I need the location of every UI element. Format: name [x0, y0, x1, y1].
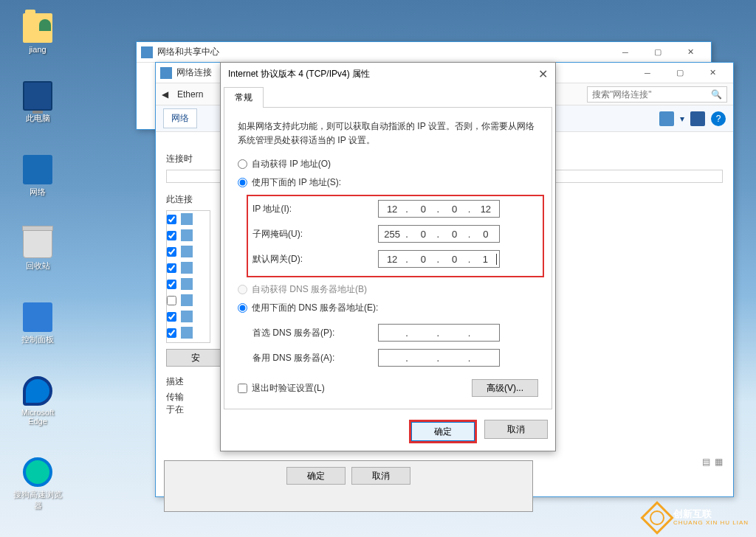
- close-button[interactable]: ✕: [538, 67, 548, 81]
- ok-button[interactable]: 确定: [411, 422, 475, 441]
- gateway-label: 默认网关(D):: [252, 253, 378, 266]
- desktop-icon-control-panel[interactable]: 控制面板: [12, 302, 63, 345]
- subnet-mask-input[interactable]: 255. 0. 0. 0: [378, 225, 500, 243]
- desktop-icon-sogou[interactable]: 搜狗高速浏览器: [12, 457, 63, 511]
- desktop-icon-recycle-bin[interactable]: 回收站: [12, 229, 63, 271]
- octet[interactable]: 0: [412, 254, 434, 265]
- checkbox[interactable]: [167, 280, 176, 289]
- ip-address-input[interactable]: 12. 0. 0. 12: [378, 200, 500, 218]
- radio-manual-ip[interactable]: 使用下面的 IP 地址(S):: [238, 176, 538, 189]
- octet[interactable]: 0: [412, 204, 434, 215]
- radio-input[interactable]: [238, 159, 247, 169]
- radio-input[interactable]: [238, 178, 247, 187]
- watermark-subtext: CHUANG XIN HU LIAN: [673, 520, 749, 527]
- octet[interactable]: 0: [444, 254, 466, 265]
- close-button[interactable]: ✕: [674, 42, 707, 63]
- tile-view-icon[interactable]: ▦: [715, 457, 723, 467]
- desktop-icon-edge[interactable]: Microsoft Edge: [12, 376, 63, 426]
- dns2-label: 备用 DNS 服务器(A):: [252, 352, 378, 364]
- list-item[interactable]: [167, 276, 210, 292]
- gateway-input[interactable]: 12. 0. 0. 1: [378, 250, 500, 268]
- list-item[interactable]: [167, 308, 210, 325]
- edge-icon: [23, 376, 52, 406]
- desktop-label: 回收站: [12, 260, 63, 271]
- items-list[interactable]: [166, 210, 210, 343]
- chevron-down-icon[interactable]: ▾: [680, 114, 684, 124]
- search-box[interactable]: 🔍: [587, 86, 727, 103]
- desktop-label: 此电脑: [12, 113, 63, 124]
- radio-label: 使用下面的 IP 地址(S):: [252, 176, 341, 189]
- list-item[interactable]: [167, 292, 210, 308]
- list-item[interactable]: [167, 227, 210, 243]
- radio-label: 自动获得 IP 地址(O): [252, 158, 331, 170]
- dns1-input[interactable]: . . .: [378, 324, 500, 342]
- watermark-text: 创新互联: [673, 509, 749, 519]
- tab-general[interactable]: 常规: [224, 87, 264, 108]
- checkbox[interactable]: [167, 296, 176, 305]
- list-item[interactable]: [167, 211, 210, 227]
- checkbox[interactable]: [167, 328, 176, 338]
- octet[interactable]: 0: [412, 229, 434, 240]
- titlebar[interactable]: 网络和共享中心 ─ ▢ ✕: [137, 42, 711, 63]
- watermark: 创新互联 CHUANG XIN HU LIAN: [645, 506, 749, 530]
- advanced-button[interactable]: 高级(V)...: [472, 379, 538, 397]
- octet[interactable]: 0: [444, 204, 466, 215]
- install-button[interactable]: 安: [166, 349, 225, 367]
- desktop-icon-this-pc[interactable]: 此电脑: [12, 81, 63, 124]
- ribbon-network-label[interactable]: 网络: [163, 108, 197, 128]
- breadcrumb[interactable]: Ethern: [177, 89, 203, 100]
- highlighted-ok: 确定: [409, 420, 477, 443]
- checkbox[interactable]: [167, 215, 176, 224]
- list-item[interactable]: [167, 325, 210, 341]
- tab-strip: 常规: [221, 85, 555, 107]
- search-icon[interactable]: 🔍: [711, 89, 722, 100]
- octet[interactable]: 0: [475, 229, 497, 240]
- octet[interactable]: 12: [475, 204, 497, 215]
- validate-label: 退出时验证设置(L): [252, 382, 325, 395]
- tab-content: 如果网络支持此功能，则可以获取自动指派的 IP 设置。否则，你需要从网络系统管理…: [224, 107, 552, 409]
- checkbox[interactable]: [167, 247, 176, 257]
- octet[interactable]: 255: [381, 229, 403, 240]
- view-switcher[interactable]: ▤ ▦: [702, 457, 723, 467]
- radio-manual-dns[interactable]: 使用下面的 DNS 服务器地址(E):: [238, 302, 538, 314]
- octet[interactable]: 12: [381, 204, 403, 215]
- help-icon[interactable]: ?: [711, 111, 726, 126]
- list-item[interactable]: [167, 260, 210, 276]
- item-icon: [181, 246, 193, 257]
- close-button[interactable]: ✕: [696, 63, 729, 83]
- minimize-button[interactable]: ─: [631, 63, 664, 83]
- dns2-input[interactable]: . . .: [378, 349, 500, 367]
- list-view-icon[interactable]: ▤: [702, 457, 710, 467]
- dialog-footer: 确定 取消: [221, 412, 555, 451]
- sogou-icon: [23, 457, 52, 487]
- minimize-button[interactable]: ─: [609, 42, 642, 63]
- validate-checkbox[interactable]: [238, 384, 247, 393]
- highlighted-ip-section: IP 地址(I): 12. 0. 0. 12 子网掩码(U): 255. 0. …: [247, 195, 544, 277]
- search-input[interactable]: [592, 89, 711, 100]
- desktop-label: jiang: [12, 45, 63, 54]
- desktop-icon-network[interactable]: 网络: [12, 155, 63, 198]
- radio-auto-ip[interactable]: 自动获得 IP 地址(O): [238, 158, 538, 170]
- checkbox[interactable]: [167, 263, 176, 273]
- octet[interactable]: 0: [444, 229, 466, 240]
- ok-button[interactable]: 确定: [286, 467, 346, 485]
- desktop-icon-folder[interactable]: jiang: [12, 13, 63, 54]
- grid-icon[interactable]: [690, 111, 705, 126]
- cancel-button[interactable]: 取消: [351, 467, 410, 485]
- window-title: 网络和共享中心: [157, 46, 219, 58]
- checkbox[interactable]: [167, 312, 176, 322]
- desktop-label: 搜狗高速浏览器: [12, 489, 63, 511]
- app-icon: [141, 46, 153, 58]
- checkbox[interactable]: [167, 231, 176, 240]
- radio-auto-dns: 自动获得 DNS 服务器地址(B): [238, 283, 538, 296]
- view-icon[interactable]: [659, 111, 674, 126]
- octet[interactable]: 12: [381, 254, 403, 265]
- dialog-titlebar[interactable]: Internet 协议版本 4 (TCP/IPv4) 属性 ✕: [221, 63, 555, 85]
- list-item[interactable]: [167, 243, 210, 260]
- maximize-button[interactable]: ▢: [642, 42, 674, 63]
- cancel-button[interactable]: 取消: [484, 420, 548, 439]
- octet[interactable]: 1: [475, 254, 497, 265]
- back-button[interactable]: ◀: [162, 89, 168, 100]
- maximize-button[interactable]: ▢: [664, 63, 696, 83]
- radio-input[interactable]: [238, 303, 247, 313]
